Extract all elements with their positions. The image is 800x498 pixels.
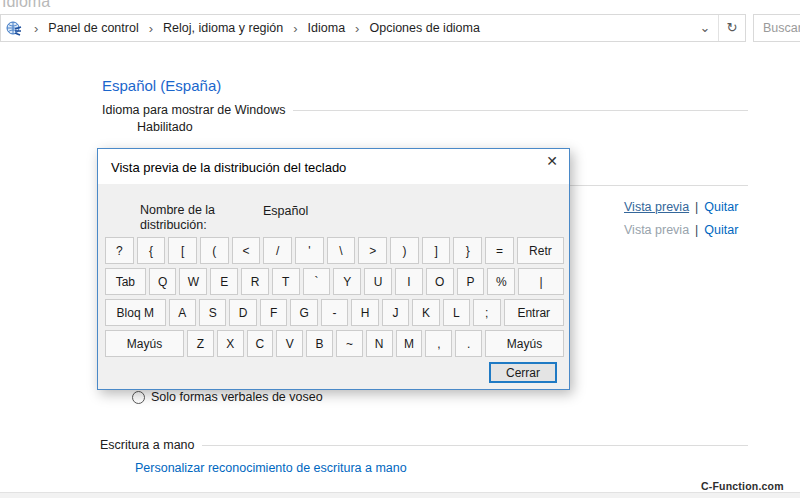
handwriting-caption: Escritura a mano bbox=[100, 438, 194, 452]
keyboard-key: Mayús bbox=[105, 330, 184, 357]
keyboard-key: E bbox=[210, 268, 238, 295]
refresh-icon[interactable]: ↻ bbox=[718, 15, 745, 41]
keyboard-key: < bbox=[232, 237, 261, 264]
layout-name-value: Español bbox=[263, 204, 308, 218]
keyboard-key: M bbox=[396, 330, 423, 357]
display-language-caption: Idioma para mostrar de Windows bbox=[102, 103, 285, 117]
keyboard-key: Mayús bbox=[485, 330, 564, 357]
breadcrumb-separator: › bbox=[285, 21, 305, 36]
keyboard-key: ) bbox=[390, 237, 419, 264]
quitar-link[interactable]: Quitar bbox=[704, 200, 738, 214]
keyboard-key: % bbox=[487, 268, 515, 295]
breadcrumb-item-reloj-idioma-region[interactable]: Reloj, idioma y región bbox=[161, 21, 285, 35]
keyboard-link-row: Vista previa | Quitar bbox=[624, 223, 738, 237]
keyboard-key: C bbox=[247, 330, 274, 357]
group-divider-line bbox=[293, 110, 748, 111]
keyboard-row: TabQWERT`YUIOP%| bbox=[105, 268, 564, 295]
keyboard-row: Bloq MASDFG-HJKL;Entrar bbox=[105, 299, 564, 326]
dialog-titlebar[interactable]: Vista previa de la distribución del tecl… bbox=[98, 149, 569, 184]
keyboard-key: J bbox=[382, 299, 409, 326]
language-heading: Español (España) bbox=[102, 77, 221, 94]
keyboard-key: H bbox=[351, 299, 378, 326]
link-divider: | bbox=[695, 200, 698, 214]
keyboard-key: W bbox=[179, 268, 207, 295]
keyboard-key: ( bbox=[200, 237, 229, 264]
keyboard-key: N bbox=[366, 330, 393, 357]
layout-name-label: Nombre de la distribución: bbox=[140, 203, 232, 233]
keyboard-key: Y bbox=[333, 268, 361, 295]
keyboard-key: X bbox=[217, 330, 244, 357]
chevron-down-icon[interactable]: ⌄ bbox=[692, 15, 718, 41]
radio-button-voseo[interactable] bbox=[132, 391, 145, 404]
keyboard-key: I bbox=[395, 268, 423, 295]
keyboard-key: ] bbox=[422, 237, 451, 264]
language-globe-icon bbox=[6, 20, 22, 36]
keyboard-key: A bbox=[169, 299, 196, 326]
keyboard-key: T bbox=[272, 268, 300, 295]
keyboard-key: = bbox=[485, 237, 514, 264]
quitar-link[interactable]: Quitar bbox=[704, 223, 738, 237]
keyboard-row: ?{[(</'\>)]}=Retr bbox=[105, 237, 564, 264]
keyboard-key: ~ bbox=[336, 330, 363, 357]
keyboard-key: | bbox=[518, 268, 564, 295]
keyboard-key: { bbox=[137, 237, 166, 264]
keyboard-key: ? bbox=[105, 237, 134, 264]
vista-previa-link[interactable]: Vista previa bbox=[624, 200, 689, 214]
keyboard-key: [ bbox=[168, 237, 197, 264]
search-input[interactable] bbox=[754, 21, 800, 35]
breadcrumb-item-panel-de-control[interactable]: Panel de control bbox=[46, 21, 140, 35]
keyboard-key: } bbox=[453, 237, 482, 264]
handwriting-group: Escritura a mano bbox=[100, 438, 748, 452]
keyboard-key: > bbox=[358, 237, 387, 264]
breadcrumb-separator: › bbox=[141, 21, 161, 36]
group-divider-line bbox=[202, 445, 748, 446]
keyboard-key: \ bbox=[327, 237, 356, 264]
close-icon[interactable]: ✕ bbox=[535, 149, 569, 175]
breadcrumb-item-idioma[interactable]: Idioma bbox=[306, 21, 348, 35]
keyboard-key: . bbox=[455, 330, 482, 357]
link-divider: | bbox=[695, 223, 698, 237]
keyboard-key: Entrar bbox=[504, 299, 565, 326]
keyboard-key: / bbox=[263, 237, 292, 264]
page-title-cropped: Idioma bbox=[2, 0, 50, 11]
keyboard-key: V bbox=[276, 330, 303, 357]
keyboard-key: U bbox=[364, 268, 392, 295]
breadcrumb-separator: › bbox=[347, 21, 367, 36]
keyboard-key: F bbox=[260, 299, 287, 326]
keyboard-key: G bbox=[290, 299, 317, 326]
keyboard-key: ; bbox=[473, 299, 500, 326]
keyboard-key: Tab bbox=[105, 268, 146, 295]
keyboard-key: D bbox=[229, 299, 256, 326]
keyboard-preview: ?{[(</'\>)]}=RetrTabQWERT`YUIOP%|Bloq MA… bbox=[105, 237, 564, 357]
keyboard-key: S bbox=[199, 299, 226, 326]
keyboard-key: R bbox=[241, 268, 269, 295]
breadcrumb-item-opciones-de-idioma[interactable]: Opciones de idioma bbox=[367, 21, 481, 35]
keyboard-key: P bbox=[457, 268, 485, 295]
keyboard-link-row: Vista previa | Quitar bbox=[624, 200, 738, 214]
keyboard-key: Z bbox=[187, 330, 214, 357]
breadcrumb-separator: › bbox=[26, 21, 46, 36]
keyboard-key: ` bbox=[303, 268, 331, 295]
cerrar-button[interactable]: Cerrar bbox=[489, 362, 557, 383]
keyboard-preview-dialog: Vista previa de la distribución del tecl… bbox=[97, 148, 570, 390]
watermark-label: C-Function.com bbox=[701, 480, 784, 492]
keyboard-key: - bbox=[321, 299, 348, 326]
search-box bbox=[753, 14, 800, 42]
voseo-radio-row: Solo formas verbales de voseo bbox=[132, 390, 323, 404]
dialog-title: Vista previa de la distribución del tecl… bbox=[111, 160, 346, 175]
display-language-group: Idioma para mostrar de Windows bbox=[102, 103, 748, 117]
keyboard-key: B bbox=[306, 330, 333, 357]
address-bar[interactable]: › Panel de control › Reloj, idioma y reg… bbox=[0, 14, 746, 42]
keyboard-key: O bbox=[426, 268, 454, 295]
bottom-scrollbar-strip[interactable] bbox=[0, 492, 800, 498]
keyboard-key: Q bbox=[149, 268, 177, 295]
vista-previa-link[interactable]: Vista previa bbox=[624, 223, 689, 237]
keyboard-key: K bbox=[412, 299, 439, 326]
keyboard-key: Bloq M bbox=[105, 299, 166, 326]
keyboard-key: Retr bbox=[517, 237, 564, 264]
keyboard-key: ' bbox=[295, 237, 324, 264]
radio-label: Solo formas verbales de voseo bbox=[151, 390, 323, 404]
keyboard-key: L bbox=[443, 299, 470, 326]
handwriting-customize-link[interactable]: Personalizar reconocimiento de escritura… bbox=[135, 461, 407, 475]
keyboard-key: , bbox=[425, 330, 452, 357]
